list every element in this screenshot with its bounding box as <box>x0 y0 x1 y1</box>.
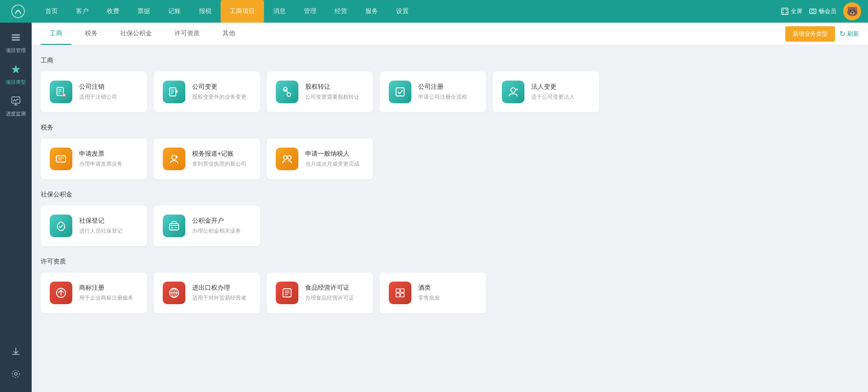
nav-item-消息[interactable]: 消息 <box>264 0 295 23</box>
card-title: 申请发票 <box>79 150 138 158</box>
card-公司变更[interactable]: 公司变更股权变更外的业务变更 <box>154 72 260 112</box>
sidebar-download-btn[interactable] <box>0 342 32 360</box>
card-法人变更[interactable]: 法人变更适于公司变更法人 <box>493 72 599 112</box>
nav-item-客户[interactable]: 客户 <box>67 0 98 23</box>
sidebar-item-progress-monitor[interactable]: 进度监测 <box>0 91 32 122</box>
card-info: 公积金开户办理公积金相关业务 <box>192 217 251 235</box>
card-社保登记[interactable]: 社保登记进行人员社保登记 <box>41 206 147 246</box>
svg-rect-16 <box>396 88 404 96</box>
card-info: 食品经营许可证办理食品经营许可证 <box>305 284 364 302</box>
svg-rect-5 <box>12 37 20 38</box>
card-title: 进出口权办理 <box>192 284 251 292</box>
card-info: 申请一般纳税人当月或次月成变更完成 <box>305 150 364 168</box>
card-title: 社保登记 <box>79 217 138 225</box>
card-icon <box>389 81 411 103</box>
card-icon <box>163 148 185 170</box>
svg-rect-29 <box>396 289 400 292</box>
svg-rect-32 <box>401 293 404 297</box>
cards-grid: 社保登记进行人员社保登记公积金开户办理公积金相关业务 <box>41 206 859 246</box>
user-avatar[interactable]: 🐻 <box>843 2 861 20</box>
nav-item-工商项目[interactable]: 工商项目 <box>221 0 264 23</box>
cards-grid: 商标注册用于企业商标注册服务进出口权办理适用于对外贸易经营者食品经营许可证办理食… <box>41 272 859 313</box>
card-公积金开户[interactable]: 公积金开户办理公积金相关业务 <box>154 206 260 246</box>
card-desc: 股权变更外的业务变更 <box>192 93 251 101</box>
svg-rect-8 <box>12 97 20 103</box>
card-公司注册[interactable]: 公司注册申请公司注册全流程 <box>380 72 486 112</box>
svg-point-10 <box>12 370 19 378</box>
card-title: 食品经营许可证 <box>305 284 364 292</box>
tab-社保公积金[interactable]: 社保公积金 <box>111 23 161 45</box>
scroll-content[interactable]: 工商公司注销适用于注销公司公司变更股权变更外的业务变更股权转让公司变更需要股权转… <box>32 45 868 392</box>
card-info: 股权转让公司变更需要股权转让 <box>305 83 364 101</box>
card-icon <box>163 215 185 237</box>
card-info: 公司变更股权变更外的业务变更 <box>192 83 251 101</box>
svg-rect-31 <box>396 293 400 297</box>
nav-item-记账[interactable]: 记账 <box>159 0 190 23</box>
tab-工商[interactable]: 工商 <box>41 23 71 45</box>
svg-rect-18 <box>57 156 66 162</box>
card-info: 税务报道+记账拿到营业执照的新公司 <box>192 150 251 168</box>
card-股权转让[interactable]: 股权转让公司变更需要股权转让 <box>267 72 373 112</box>
card-icon <box>389 282 411 304</box>
card-desc: 办理公积金相关业务 <box>192 227 251 235</box>
card-食品经营许可证[interactable]: 食品经营许可证办理食品经营许可证 <box>267 272 373 313</box>
refresh-button[interactable]: ↻ 刷新 <box>840 29 859 38</box>
tabs-bar: 工商税务社保公积金许可资质其他 新增业务类型 ↻ 刷新 <box>32 23 868 45</box>
app-logo <box>5 4 32 19</box>
card-税务报道+记账[interactable]: 税务报道+记账拿到营业执照的新公司 <box>154 139 260 179</box>
card-info: 商标注册用于企业商标注册服务 <box>79 284 138 302</box>
card-icon <box>502 81 524 103</box>
sidebar-item-project-management[interactable]: 项目管理 <box>0 27 32 59</box>
tab-其他[interactable]: 其他 <box>213 23 244 45</box>
card-公司注销[interactable]: 公司注销适用于注销公司 <box>41 72 147 112</box>
card-icon <box>276 148 298 170</box>
nav-menu: 首页客户收费票据记账报税工商项目消息管理经营服务设置 <box>36 0 781 23</box>
main-area: 项目管理 项目类型 进度监测 <box>0 23 868 392</box>
cards-grid: 公司注销适用于注销公司公司变更股权变更外的业务变更股权转让公司变更需要股权转让公… <box>41 72 859 112</box>
card-title: 公司变更 <box>192 83 251 91</box>
fullscreen-btn[interactable]: 全屏 <box>781 7 802 15</box>
sidebar-settings-btn[interactable] <box>0 365 32 383</box>
svg-rect-6 <box>12 39 20 41</box>
sidebar-item-project-type[interactable]: 项目类型 <box>0 59 32 91</box>
sidebar-label-project-type: 项目类型 <box>6 79 26 86</box>
card-酒类[interactable]: 酒类零售批发 <box>380 272 486 313</box>
star-icon <box>11 64 21 76</box>
nav-item-报税[interactable]: 报税 <box>190 0 221 23</box>
card-进出口权办理[interactable]: 进出口权办理适用于对外贸易经营者 <box>154 272 260 313</box>
card-desc: 申请公司注册全流程 <box>418 93 477 101</box>
card-desc: 适用于对外贸易经营者 <box>192 294 251 302</box>
new-business-type-button[interactable]: 新增业务类型 <box>785 26 835 42</box>
sidebar-label-project-management: 项目管理 <box>6 47 26 54</box>
nav-item-设置[interactable]: 设置 <box>387 0 418 23</box>
card-info: 申请发票办理申请发票业务 <box>79 150 138 168</box>
nav-item-收费[interactable]: 收费 <box>98 0 128 23</box>
tabs-list: 工商税务社保公积金许可资质其他 <box>41 23 244 45</box>
nav-item-管理[interactable]: 管理 <box>295 0 326 23</box>
nav-item-首页[interactable]: 首页 <box>36 0 67 23</box>
tab-税务[interactable]: 税务 <box>76 23 107 45</box>
section-title: 许可资质 <box>41 258 859 266</box>
section-许可资质: 许可资质商标注册用于企业商标注册服务进出口权办理适用于对外贸易经营者食品经营许可… <box>41 258 859 313</box>
tab-许可资质[interactable]: 许可资质 <box>165 23 209 45</box>
nav-item-经营[interactable]: 经营 <box>326 0 356 23</box>
card-icon <box>50 282 72 304</box>
card-申请发票[interactable]: 申请发票办理申请发票业务 <box>41 139 147 179</box>
svg-point-21 <box>288 156 291 159</box>
nav-item-票据[interactable]: 票据 <box>128 0 159 23</box>
nav-item-服务[interactable]: 服务 <box>356 0 387 23</box>
card-info: 公司注册申请公司注册全流程 <box>418 83 477 101</box>
card-info: 进出口权办理适用于对外贸易经营者 <box>192 284 251 302</box>
card-商标注册[interactable]: 商标注册用于企业商标注册服务 <box>41 272 147 313</box>
svg-marker-7 <box>12 65 20 73</box>
card-title: 股权转让 <box>305 83 364 91</box>
card-申请一般纳税人[interactable]: 申请一般纳税人当月或次月成变更完成 <box>267 139 373 179</box>
card-title: 税务报道+记账 <box>192 150 251 158</box>
vip-btn[interactable]: 畅会员 <box>809 7 836 15</box>
sidebar-label-progress-monitor: 进度监测 <box>6 110 26 117</box>
svg-point-23 <box>171 227 173 229</box>
card-title: 公积金开户 <box>192 217 251 225</box>
section-title: 税务 <box>41 124 859 132</box>
svg-rect-24 <box>175 227 177 228</box>
card-desc: 适于公司变更法人 <box>531 93 590 101</box>
